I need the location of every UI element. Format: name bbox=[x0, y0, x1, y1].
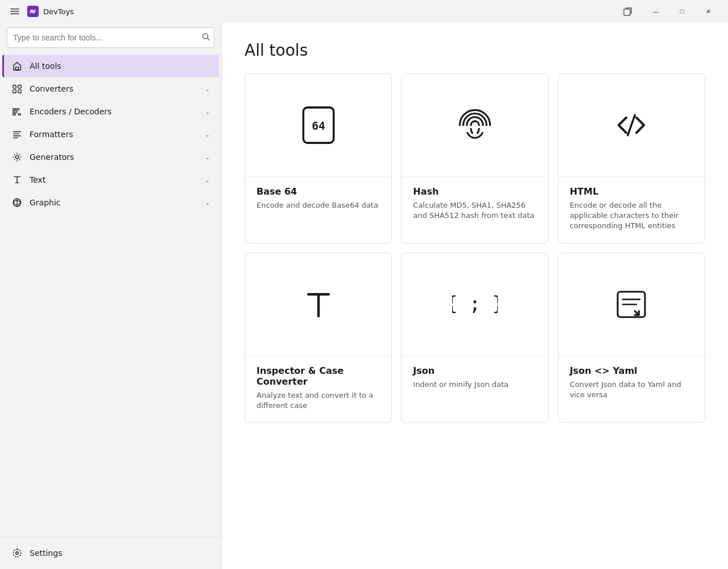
home-icon bbox=[11, 60, 23, 72]
graphic-icon bbox=[11, 197, 23, 208]
menu-button[interactable] bbox=[7, 3, 23, 19]
svg-rect-8 bbox=[18, 85, 21, 88]
svg-point-20 bbox=[15, 155, 18, 158]
svg-text:64: 64 bbox=[312, 119, 325, 133]
close-button[interactable]: ✕ bbox=[695, 0, 721, 23]
inspector-icon bbox=[296, 282, 341, 327]
svg-rect-12 bbox=[13, 111, 17, 113]
sidebar-item-settings[interactable]: Settings bbox=[2, 542, 219, 564]
text-icon bbox=[11, 174, 23, 185]
tool-card-base64[interactable]: 64 Base 64 Encode and decode Base64 data bbox=[245, 73, 392, 244]
tool-desc-inspector: Analyze text and convert it to a differe… bbox=[257, 390, 380, 411]
svg-rect-7 bbox=[13, 85, 16, 88]
tool-desc-base64: Encode and decode Base64 data bbox=[257, 200, 380, 211]
generators-icon bbox=[11, 151, 23, 163]
formatters-icon bbox=[11, 129, 23, 140]
titlebar: DevToys — □ ✕ bbox=[0, 0, 728, 23]
search-input[interactable] bbox=[7, 27, 214, 48]
window-controls: — □ ✕ bbox=[643, 0, 721, 23]
hash-icon bbox=[452, 102, 498, 148]
tool-card-inspector[interactable]: Inspector & Case Converter Analyze text … bbox=[245, 253, 392, 423]
sidebar-item-converters[interactable]: Converters ⌄ bbox=[2, 77, 219, 100]
main-content: All tools 64 Base 64 Encode and decode B… bbox=[222, 23, 728, 569]
sidebar-item-generators[interactable]: Generators ⌄ bbox=[2, 146, 219, 168]
svg-text:{ ; }: { ; } bbox=[452, 292, 498, 314]
svg-rect-0 bbox=[10, 9, 19, 10]
nav-list: All tools Converters ⌄ bbox=[0, 52, 221, 537]
settings-icon bbox=[11, 547, 23, 559]
svg-rect-3 bbox=[624, 9, 630, 15]
tool-card-hash[interactable]: Hash Calculate MD5, SHA1, SHA256 and SHA… bbox=[401, 73, 548, 244]
chevron-down-icon: ⌄ bbox=[205, 177, 210, 183]
json-yaml-icon bbox=[609, 282, 654, 327]
page-title: All tools bbox=[245, 41, 705, 60]
sidebar: All tools Converters ⌄ bbox=[0, 23, 222, 569]
app-body: All tools Converters ⌄ bbox=[0, 23, 728, 569]
sidebar-item-text[interactable]: Text ⌄ bbox=[2, 168, 219, 191]
svg-rect-6 bbox=[15, 67, 18, 70]
encoders-icon bbox=[11, 106, 23, 117]
json-icon-area: { ; } bbox=[402, 253, 548, 356]
base64-icon: 64 bbox=[296, 102, 341, 148]
sidebar-item-graphic[interactable]: Graphic ⌄ bbox=[2, 191, 219, 214]
tool-desc-html: Encode or decode all the applicable char… bbox=[570, 200, 693, 232]
sidebar-item-formatters[interactable]: Formatters ⌄ bbox=[2, 123, 219, 146]
sidebar-item-all-tools[interactable]: All tools bbox=[2, 55, 219, 77]
chevron-down-icon: ⌄ bbox=[205, 154, 210, 160]
chevron-down-icon: ⌄ bbox=[205, 109, 210, 115]
sidebar-item-encoders-decoders[interactable]: Encoders / Decoders ⌄ bbox=[2, 100, 219, 123]
tool-name-html: HTML bbox=[570, 186, 693, 197]
html-icon bbox=[609, 102, 654, 148]
chevron-down-icon: ⌄ bbox=[205, 86, 210, 92]
hash-icon-area bbox=[402, 74, 548, 176]
chevron-down-icon: ⌄ bbox=[205, 131, 210, 138]
tool-name-inspector: Inspector & Case Converter bbox=[257, 365, 380, 387]
inspector-icon-area bbox=[245, 253, 391, 356]
html-icon-area bbox=[559, 74, 705, 176]
base64-icon-area: 64 bbox=[245, 74, 391, 176]
json-yaml-icon-area bbox=[559, 253, 705, 356]
tool-desc-json-yaml: Convert Json data to Yaml and vice versa bbox=[570, 380, 693, 400]
sidebar-bottom: Settings bbox=[0, 537, 221, 569]
svg-rect-13 bbox=[13, 114, 16, 116]
tool-name-hash: Hash bbox=[413, 186, 536, 197]
tool-name-json: Json bbox=[413, 365, 536, 376]
app-icon bbox=[27, 6, 39, 17]
app-title: DevToys bbox=[43, 7, 74, 16]
svg-rect-11 bbox=[13, 109, 16, 110]
restore-icon bbox=[622, 6, 634, 17]
search-box bbox=[7, 27, 214, 48]
tool-desc-json: Indent or minify Json data bbox=[413, 380, 536, 390]
svg-rect-1 bbox=[10, 11, 19, 12]
converters-icon bbox=[11, 83, 23, 94]
chevron-down-icon: ⌄ bbox=[205, 200, 210, 206]
svg-rect-2 bbox=[10, 14, 19, 15]
svg-rect-15 bbox=[18, 114, 21, 116]
svg-rect-10 bbox=[18, 90, 21, 93]
tool-desc-hash: Calculate MD5, SHA1, SHA256 and SHA512 h… bbox=[413, 200, 536, 221]
svg-rect-9 bbox=[13, 90, 16, 93]
tool-card-json-yaml[interactable]: Json <> Yaml Convert Json data to Yaml a… bbox=[558, 253, 705, 423]
json-icon: { ; } bbox=[452, 282, 498, 327]
maximize-button[interactable]: □ bbox=[669, 0, 695, 23]
minimize-button[interactable]: — bbox=[643, 0, 669, 23]
svg-rect-14 bbox=[16, 109, 19, 110]
tools-grid: 64 Base 64 Encode and decode Base64 data bbox=[245, 73, 705, 423]
svg-point-23 bbox=[16, 552, 19, 555]
tool-name-json-yaml: Json <> Yaml bbox=[570, 365, 693, 376]
tool-card-html[interactable]: HTML Encode or decode all the applicable… bbox=[558, 73, 705, 244]
tool-card-json[interactable]: { ; } Json Indent or minify Json data bbox=[401, 253, 548, 423]
tool-name-base64: Base 64 bbox=[257, 186, 380, 197]
